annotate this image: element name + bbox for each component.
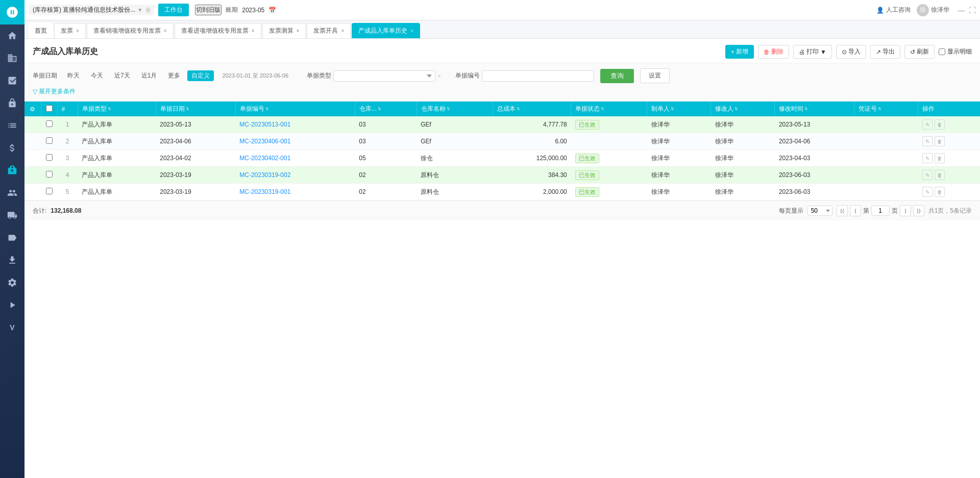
doc-num-input[interactable]: [482, 70, 594, 82]
date-more[interactable]: 更多: [164, 70, 184, 81]
th-doc-status[interactable]: 单据状态⇅: [571, 102, 647, 116]
sidebar-item-home[interactable]: [0, 24, 24, 47]
th-doc-num[interactable]: 单据编号⇅: [235, 102, 355, 116]
minimize-btn[interactable]: —: [958, 6, 965, 14]
page-size-select[interactable]: 50 20 100 200: [807, 206, 832, 216]
th-doc-type[interactable]: 单据类型⇅: [78, 102, 156, 116]
th-warehouse-name[interactable]: 仓库名称⇅: [416, 102, 493, 116]
sidebar-item-money[interactable]: [0, 137, 24, 159]
date-today[interactable]: 今天: [87, 70, 107, 81]
th-creator[interactable]: 制单人⇅: [647, 102, 711, 116]
th-modifier[interactable]: 修改人⇅: [711, 102, 775, 116]
maximize-btn[interactable]: ⛶: [969, 6, 976, 14]
sidebar-item-org[interactable]: [0, 47, 24, 69]
cell-checkbox[interactable]: [41, 150, 57, 167]
export-button[interactable]: ↗ 导出: [870, 45, 900, 59]
th-settings[interactable]: ⚙: [24, 102, 41, 116]
new-button[interactable]: + 新增: [725, 45, 754, 59]
search-button[interactable]: 查询: [600, 69, 634, 83]
print-button[interactable]: 🖨 打印 ▼: [793, 45, 832, 59]
tab-home[interactable]: 首页: [29, 23, 53, 38]
th-doc-date[interactable]: 单据日期⇅: [156, 102, 235, 116]
sidebar-item-play[interactable]: [0, 294, 24, 316]
page-last-btn[interactable]: ⟩⟩: [913, 205, 924, 216]
user-info[interactable]: 徐 徐泽华: [917, 4, 949, 16]
row-checkbox[interactable]: [46, 137, 53, 144]
th-checkbox[interactable]: [41, 102, 57, 116]
tab-open[interactable]: 发票开具 ×: [307, 23, 351, 38]
date-yesterday[interactable]: 昨天: [63, 70, 84, 81]
sidebar-item-analytics[interactable]: [0, 69, 24, 92]
tab-history-close[interactable]: ×: [410, 28, 413, 34]
tab-invoice[interactable]: 发票 ×: [54, 23, 86, 38]
sidebar-item-list[interactable]: [0, 114, 24, 137]
delete-action-btn[interactable]: 🗑: [935, 153, 945, 163]
doc-num-link[interactable]: MC-20230319-001: [239, 188, 290, 195]
calendar-icon[interactable]: 📅: [268, 7, 276, 14]
edit-action-btn[interactable]: ✎: [922, 170, 933, 180]
delete-action-btn[interactable]: 🗑: [935, 187, 945, 197]
sidebar-item-lock[interactable]: [0, 92, 24, 114]
sidebar-item-tag[interactable]: [0, 227, 24, 249]
date-1month[interactable]: 近1月: [137, 70, 161, 81]
cell-checkbox[interactable]: [41, 167, 57, 184]
cell-checkbox[interactable]: [41, 133, 57, 150]
filter-setting-button[interactable]: 设置: [640, 68, 670, 83]
delete-button[interactable]: 🗑 删除: [758, 45, 789, 59]
doc-num-link[interactable]: MC-20230406-001: [239, 138, 290, 145]
tab-purchase-vat[interactable]: 查看进项增值税专用发票 ×: [175, 23, 261, 38]
doc-type-select[interactable]: 产品入库单: [333, 70, 435, 82]
edit-action-btn[interactable]: ✎: [922, 136, 933, 146]
edit-action-btn[interactable]: ✎: [922, 119, 933, 130]
company-name[interactable]: (库存核算) 直播轻纯通信息技术股份... ▼ ⎘: [29, 5, 154, 15]
sidebar-item-settings[interactable]: [0, 271, 24, 294]
doc-type-clear-icon[interactable]: ×: [437, 72, 441, 80]
tab-sales-vat[interactable]: 查看销项增值税专用发票 ×: [87, 23, 174, 38]
sidebar-item-v[interactable]: V: [0, 316, 24, 339]
import-button[interactable]: ⊙ 导入: [836, 45, 866, 59]
tab-calc[interactable]: 发票测算 ×: [262, 23, 306, 38]
delete-action-btn[interactable]: 🗑: [935, 136, 945, 146]
row-checkbox[interactable]: [46, 171, 53, 178]
edit-action-btn[interactable]: ✎: [922, 187, 933, 197]
tab-purchase-vat-close[interactable]: ×: [252, 28, 255, 34]
doc-num-link[interactable]: MC-20230319-002: [239, 171, 290, 179]
tab-open-close[interactable]: ×: [341, 28, 344, 34]
workbench-button[interactable]: 工作台: [158, 4, 189, 16]
th-warehouse-code[interactable]: 仓库...⇅: [355, 102, 416, 116]
delete-action-btn[interactable]: 🗑: [935, 119, 945, 130]
page-num-input[interactable]: [871, 206, 890, 216]
delete-action-btn[interactable]: 🗑: [935, 170, 945, 180]
show-detail-checkbox[interactable]: [939, 48, 945, 55]
copy-icon[interactable]: ⎘: [146, 7, 150, 14]
select-all-checkbox[interactable]: [46, 105, 53, 112]
cell-checkbox[interactable]: [41, 116, 57, 133]
sidebar-item-download[interactable]: [0, 249, 24, 271]
cell-checkbox[interactable]: [41, 184, 57, 200]
row-checkbox[interactable]: [46, 154, 53, 161]
sidebar-item-users[interactable]: [0, 182, 24, 204]
refresh-button[interactable]: ↺ 刷新: [904, 45, 935, 59]
date-custom[interactable]: 自定义: [187, 70, 214, 81]
th-total-cost[interactable]: 总成本⇅: [493, 102, 571, 116]
th-voucher[interactable]: 凭证号⇅: [854, 102, 918, 116]
page-first-btn[interactable]: ⟨⟨: [837, 205, 848, 216]
expand-filter-button[interactable]: ▽ 展开更多条件: [33, 87, 76, 96]
tab-history[interactable]: 产成品入库单历史 ×: [352, 23, 420, 38]
edit-action-btn[interactable]: ✎: [922, 153, 933, 163]
tab-calc-close[interactable]: ×: [297, 28, 300, 34]
date-7days[interactable]: 近7天: [110, 70, 134, 81]
row-checkbox[interactable]: [46, 188, 53, 194]
show-detail-checkbox-label[interactable]: 显示明细: [939, 47, 972, 56]
sidebar-item-truck[interactable]: [0, 204, 24, 227]
doc-num-link[interactable]: MC-20230513-001: [239, 121, 290, 128]
switch-old-btn[interactable]: 切到旧版: [195, 5, 222, 15]
tab-sales-vat-close[interactable]: ×: [164, 28, 167, 34]
sidebar-item-inventory[interactable]: [0, 159, 24, 182]
doc-num-link[interactable]: MC-20230402-001: [239, 155, 290, 162]
th-modify-time[interactable]: 修改时间⇅: [775, 102, 854, 116]
support-btn[interactable]: 👤 人工咨询: [876, 6, 911, 14]
page-prev-btn[interactable]: ⟨: [850, 205, 861, 216]
row-checkbox[interactable]: [46, 120, 53, 127]
page-next-btn[interactable]: ⟩: [900, 205, 911, 216]
